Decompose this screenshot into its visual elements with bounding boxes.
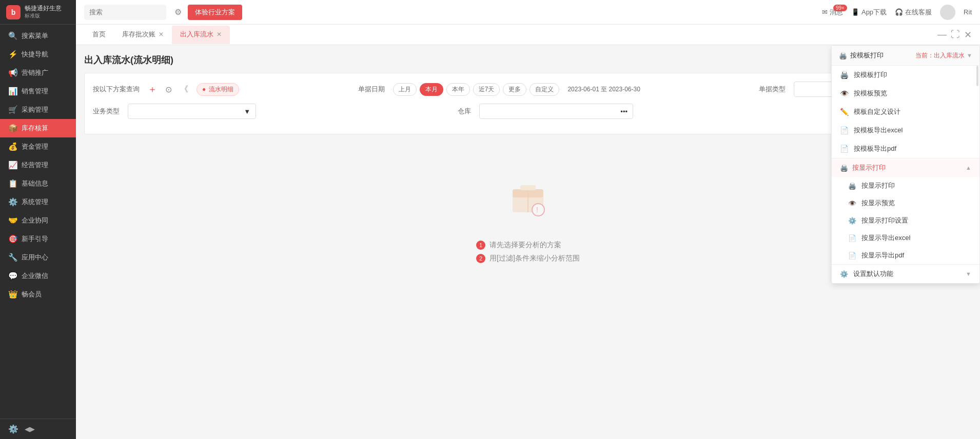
sidebar-item-marketing-label: 营销推广	[22, 68, 48, 77]
sidebar-logo: b 畅捷通好生意 标准版	[0, 0, 76, 25]
vip-icon: 👑	[8, 290, 17, 299]
newbie-icon: 🎯	[8, 234, 17, 244]
step-2-num: 2	[476, 254, 485, 263]
tab-flow-close[interactable]: ✕	[217, 31, 222, 38]
filter-config-button[interactable]: ⊙	[165, 85, 172, 94]
sidebar-item-quick-nav-label: 快捷导航	[22, 50, 48, 59]
template-export-pdf-label: 按模板导出pdf	[854, 144, 896, 153]
search-icon: 🔍	[8, 31, 17, 41]
tab-batch-label: 库存批次账	[122, 30, 155, 39]
tab-flow[interactable]: 出入库流水 ✕	[172, 26, 230, 44]
tab-batch-close[interactable]: ✕	[159, 31, 164, 38]
tab-home[interactable]: 首页	[84, 26, 114, 44]
dropdown-template-print[interactable]: 🖨️ 按模板打印	[832, 66, 979, 84]
biz-type-label: 业务类型	[93, 107, 120, 116]
app-label: App下载	[861, 8, 887, 17]
display-print-section: 🖨️ 按显示打印 ▲ 🖨️ 按显示打印 👁️ 按显示预览 ⚙️	[832, 158, 979, 265]
step-2-text: 用[过滤]条件来缩小分析范围	[489, 254, 580, 263]
collapse-icon[interactable]: ◀▶	[25, 425, 35, 433]
tab-flow-label: 出入库流水	[180, 30, 213, 39]
sidebar-item-finance[interactable]: 💰 资金管理	[0, 137, 76, 156]
add-filter-button[interactable]: ＋	[148, 83, 157, 95]
sidebar-menu: 🔍 搜索菜单 ⚡ 快捷导航 📢 营销推广 📊 销售管理 🛒 采购管理 📦 库存核…	[0, 25, 76, 418]
date-tag-custom[interactable]: 自定义	[530, 83, 559, 96]
sidebar-item-inventory[interactable]: 📦 库存核算	[0, 119, 76, 137]
topbar: ⚙ 体验行业方案 ✉ 消息 99+ 📱 App下载 🎧 在线客服 Rit	[76, 0, 980, 25]
filter-collapse-button[interactable]: 《	[180, 84, 188, 95]
sidebar: b 畅捷通好生意 标准版 🔍 搜索菜单 ⚡ 快捷导航 📢 营销推广 📊 销售管理…	[0, 0, 76, 439]
dropdown-template-export-pdf[interactable]: 📄 按模板导出pdf	[832, 139, 979, 158]
sidebar-item-system-label: 系统管理	[22, 197, 48, 207]
display-settings-icon: ⚙️	[848, 217, 856, 225]
display-print-header[interactable]: 🖨️ 按显示打印 ▲	[832, 158, 979, 177]
filter-tag-icon: ●	[202, 86, 206, 93]
customer-service-button[interactable]: 🎧 在线客服	[895, 8, 932, 17]
biz-type-chevron: ▼	[244, 108, 250, 115]
app-download-button[interactable]: 📱 App下载	[851, 8, 887, 17]
sidebar-item-marketing[interactable]: 📢 营销推广	[0, 64, 76, 82]
sidebar-item-basic[interactable]: 📋 基础信息	[0, 174, 76, 193]
sidebar-item-finance-label: 资金管理	[22, 142, 48, 151]
date-tag-more[interactable]: 更多	[503, 83, 526, 96]
date-tag-current-month[interactable]: 本月	[420, 83, 443, 96]
display-export-excel-label: 按显示导出excel	[861, 233, 910, 243]
topbar-right: ✉ 消息 99+ 📱 App下载 🎧 在线客服 Rit	[822, 5, 972, 20]
sidebar-item-wechat[interactable]: 💬 企业微信	[0, 267, 76, 285]
user-avatar[interactable]	[940, 5, 955, 20]
dropdown-display-export-pdf[interactable]: 📄 按显示导出pdf	[832, 247, 979, 264]
warehouse-more-icon: •••	[620, 108, 628, 115]
industry-solution-button[interactable]: 体验行业方案	[188, 5, 242, 20]
tab-maximize-button[interactable]: ⛶	[951, 29, 960, 40]
sidebar-item-collab[interactable]: 🤝 企业协同	[0, 211, 76, 230]
dropdown-display-print-settings[interactable]: ⚙️ 按显示打印设置	[832, 212, 979, 229]
dropdown-template-export-excel[interactable]: 📄 按模板导出excel	[832, 121, 979, 139]
warehouse-select[interactable]: •••	[479, 104, 633, 119]
sidebar-item-operations[interactable]: 📈 经营管理	[0, 156, 76, 174]
display-print-settings-label: 按显示打印设置	[861, 216, 908, 225]
panel-scroll-area: 🖨️ 按模板打印 👁️ 按模板预览 ✏️ 模板自定义设计 📄 按模板导出exce…	[832, 66, 979, 283]
dropdown-display-preview[interactable]: 👁️ 按显示预览	[832, 194, 979, 212]
date-tag-current-year[interactable]: 本年	[446, 83, 470, 96]
sidebar-item-purchase[interactable]: 🛒 采购管理	[0, 101, 76, 119]
sales-icon: 📊	[8, 87, 17, 96]
tab-minimize-button[interactable]: —	[937, 29, 947, 40]
tab-close-button[interactable]: ✕	[964, 29, 972, 41]
date-tag-7days[interactable]: 近7天	[473, 83, 500, 96]
gear-icon[interactable]: ⚙	[174, 7, 182, 17]
sidebar-item-search[interactable]: 🔍 搜索菜单	[0, 27, 76, 45]
sidebar-item-quick-nav[interactable]: ⚡ 快捷导航	[0, 45, 76, 64]
app-subtitle: 标准版	[25, 12, 62, 19]
template-print-icon: 🖨️	[840, 71, 849, 79]
sidebar-item-apps[interactable]: 🔧 应用中心	[0, 248, 76, 267]
dropdown-header-left: 🖨️ 按模板打印	[839, 51, 884, 60]
date-tag-last-month[interactable]: 上月	[393, 83, 417, 96]
tab-batch[interactable]: 库存批次账 ✕	[114, 26, 172, 44]
doc-type-value	[799, 85, 806, 94]
date-tag-group: 上月 本月 本年 近7天 更多 自定义	[393, 83, 560, 96]
search-input[interactable]	[89, 8, 161, 16]
template-pdf-icon: 📄	[840, 145, 849, 153]
dropdown-template-preview[interactable]: 👁️ 按模板预览	[832, 84, 979, 103]
template-print-label: 按模板打印	[854, 70, 887, 79]
biz-type-select[interactable]: ▼	[128, 104, 256, 119]
sidebar-item-purchase-label: 采购管理	[22, 105, 48, 114]
settings-icon[interactable]: ⚙️	[8, 424, 18, 434]
app-logo-icon: b	[6, 5, 21, 19]
dropdown-display-print[interactable]: 🖨️ 按显示打印	[832, 177, 979, 194]
headset-icon: 🎧	[895, 8, 903, 16]
notice-button[interactable]: ✉ 消息 99+	[822, 8, 843, 17]
tab-home-label: 首页	[92, 30, 106, 39]
inventory-icon: 📦	[8, 124, 17, 133]
username-label: Rit	[964, 8, 972, 16]
sidebar-item-inventory-label: 库存核算	[22, 124, 48, 133]
dropdown-footer[interactable]: ⚙️ 设置默认功能 ▼	[832, 265, 979, 283]
sidebar-item-sales[interactable]: 📊 销售管理	[0, 82, 76, 101]
sidebar-item-system[interactable]: ⚙️ 系统管理	[0, 193, 76, 211]
scrollbar-thumb[interactable]	[976, 66, 978, 86]
sidebar-item-vip[interactable]: 👑 畅会员	[0, 285, 76, 304]
dropdown-display-export-excel[interactable]: 📄 按显示导出excel	[832, 229, 979, 247]
dropdown-template-custom[interactable]: ✏️ 模板自定义设计	[832, 103, 979, 121]
sidebar-item-newbie[interactable]: 🎯 新手引导	[0, 230, 76, 248]
active-filter-tag: ● 流水明细	[197, 83, 239, 96]
sidebar-item-basic-label: 基础信息	[22, 179, 48, 188]
